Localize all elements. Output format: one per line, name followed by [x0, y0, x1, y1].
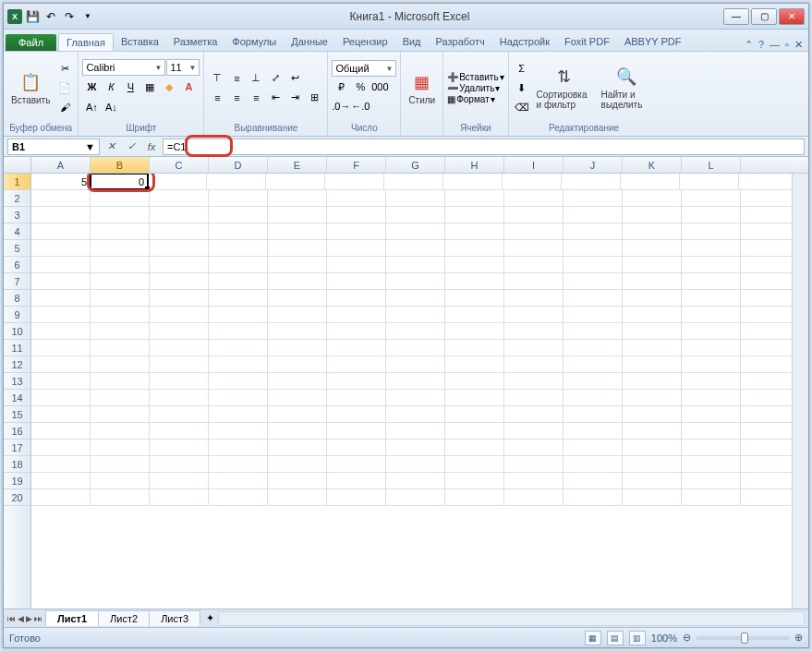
tab-разработч[interactable]: Разработч [429, 33, 492, 51]
row-header[interactable]: 17 [4, 440, 30, 456]
cell[interactable] [327, 240, 386, 256]
cell[interactable] [504, 423, 564, 439]
cell[interactable] [386, 440, 445, 455]
cell[interactable] [91, 223, 150, 239]
cell[interactable] [31, 223, 91, 239]
cell[interactable] [268, 440, 327, 455]
cell[interactable] [564, 373, 623, 389]
cell[interactable] [327, 273, 386, 289]
cell[interactable] [623, 406, 682, 422]
indent-increase-icon[interactable]: ⇥ [285, 89, 304, 107]
cell[interactable] [31, 257, 91, 272]
cell[interactable] [268, 373, 327, 389]
cell[interactable] [504, 373, 564, 389]
cell[interactable] [564, 489, 623, 505]
align-center-icon[interactable]: ≡ [227, 89, 246, 107]
cell[interactable] [386, 489, 445, 505]
cell[interactable] [680, 174, 739, 189]
tab-foxit pdf[interactable]: Foxit PDF [557, 33, 617, 51]
cell[interactable] [150, 373, 209, 389]
sheet-first-icon[interactable]: ⏮ [7, 614, 16, 623]
cells-format-button[interactable]: ▦Формат ▾ [447, 94, 503, 104]
cell[interactable] [209, 257, 268, 272]
cell[interactable] [150, 307, 209, 322]
cell[interactable] [327, 390, 386, 405]
tab-главная[interactable]: Главная [58, 33, 114, 51]
cell[interactable] [325, 174, 384, 189]
cell[interactable] [445, 323, 504, 339]
cell[interactable] [31, 340, 91, 356]
cell[interactable] [91, 323, 150, 339]
cell[interactable] [445, 207, 504, 223]
row-header[interactable]: 12 [4, 356, 30, 373]
sheet-next-icon[interactable]: ▶ [26, 614, 32, 623]
cell[interactable] [386, 356, 445, 372]
cell[interactable] [445, 489, 504, 505]
cell[interactable] [682, 240, 741, 256]
cell[interactable] [327, 207, 386, 223]
cell[interactable] [209, 207, 268, 223]
row-header[interactable]: 19 [4, 473, 30, 489]
undo-icon[interactable]: ↶ [42, 8, 59, 25]
new-sheet-icon[interactable]: ✦ [206, 612, 214, 624]
cell[interactable] [682, 307, 741, 322]
cell[interactable] [623, 423, 682, 439]
styles-button[interactable]: ▦ Стили [405, 69, 439, 107]
cell[interactable] [504, 406, 564, 422]
cell[interactable] [207, 174, 266, 189]
col-header[interactable]: H [445, 157, 504, 173]
cell[interactable] [150, 323, 209, 339]
col-header[interactable]: F [327, 157, 386, 173]
cell[interactable] [445, 406, 504, 422]
cell[interactable] [150, 240, 209, 256]
format-painter-icon[interactable]: 🖌 [55, 98, 74, 116]
cell[interactable] [623, 273, 682, 289]
cell[interactable] [564, 207, 623, 223]
cell[interactable] [623, 223, 682, 239]
cell[interactable] [268, 307, 327, 322]
row-header[interactable]: 5 [4, 240, 30, 257]
cell[interactable] [445, 257, 504, 272]
cell[interactable] [327, 473, 386, 488]
cell[interactable] [564, 307, 623, 322]
align-middle-icon[interactable]: ≡ [227, 69, 246, 88]
cell[interactable] [682, 390, 741, 405]
cell[interactable] [327, 406, 386, 422]
comma-icon[interactable]: 000 [370, 78, 389, 96]
cell[interactable] [327, 257, 386, 272]
indent-decrease-icon[interactable]: ⇤ [266, 89, 285, 107]
cell[interactable] [268, 423, 327, 439]
tab-формулы[interactable]: Формулы [224, 33, 284, 51]
normal-view-icon[interactable]: ▦ [585, 631, 601, 645]
cell[interactable] [445, 290, 504, 306]
cell[interactable] [504, 207, 564, 223]
cell[interactable] [327, 190, 386, 206]
doc-close-icon[interactable]: ✕ [794, 39, 803, 51]
fill-color-button[interactable]: ◆ [160, 78, 178, 96]
cells[interactable]: 50 [31, 174, 792, 609]
cell[interactable] [31, 207, 91, 223]
cell[interactable] [31, 356, 91, 372]
cell[interactable] [564, 223, 623, 239]
cell[interactable] [386, 290, 445, 306]
cell[interactable] [682, 340, 741, 356]
cell[interactable] [386, 373, 445, 389]
cell[interactable] [148, 174, 207, 189]
cell[interactable] [504, 456, 564, 472]
col-header[interactable]: G [386, 157, 445, 173]
cell[interactable] [386, 273, 445, 289]
horizontal-scrollbar[interactable] [218, 611, 805, 626]
increase-decimal-icon[interactable]: .0→ [332, 97, 350, 115]
grow-font-icon[interactable]: A↑ [82, 98, 101, 116]
cell[interactable] [564, 257, 623, 272]
cell[interactable] [150, 190, 209, 206]
cell[interactable] [31, 290, 91, 306]
cell[interactable] [386, 207, 445, 223]
cell[interactable] [150, 473, 209, 488]
font-name-combo[interactable]: Calibri▼ [82, 59, 165, 76]
cell[interactable] [209, 240, 268, 256]
cell[interactable] [327, 290, 386, 306]
cell[interactable] [682, 190, 741, 206]
cell[interactable] [31, 323, 91, 339]
select-all-corner[interactable] [4, 157, 31, 173]
